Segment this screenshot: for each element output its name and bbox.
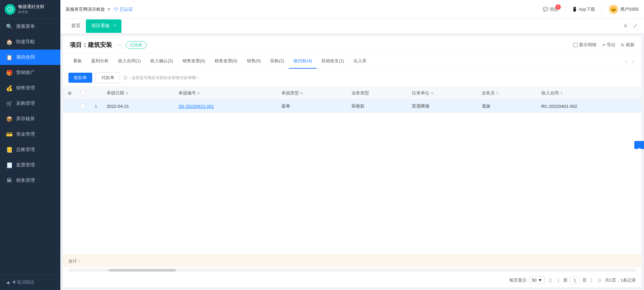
td-checkbox[interactable]	[76, 100, 89, 113]
sidebar-item-purchase[interactable]: 🛒 采购管理	[0, 96, 60, 111]
show-detail-input[interactable]	[573, 43, 578, 47]
tab-home[interactable]: 首页	[66, 19, 86, 33]
per-page-select[interactable]: 50 ▼	[529, 276, 544, 284]
export-label: 导出	[607, 42, 615, 48]
project-actions: 显示明细 ↗ 导出 ↻ 刷新	[573, 42, 635, 48]
th-code[interactable]: 单据编号⇅	[174, 87, 277, 100]
chevron-down-icon: ▼	[107, 7, 111, 12]
app-download-label: App下载	[579, 6, 595, 12]
show-detail-checkbox[interactable]: 显示明细	[573, 42, 596, 48]
per-page-value: 50	[532, 278, 536, 283]
marketing-icon: 🎁	[6, 69, 13, 76]
certified-badge: 🛡 已认证	[114, 6, 133, 12]
th-partner[interactable]: 往来单位⇅	[408, 87, 478, 100]
sub-tab-sales-invoice[interactable]: 销售发票(0)	[178, 54, 210, 69]
unpin-label: ◀︎ 取消固定	[11, 279, 35, 285]
th-type[interactable]: 单据类型⇅	[277, 87, 347, 100]
sidebar-item-search[interactable]: 🔍 搜索菜单	[0, 19, 60, 34]
sidebar-item-marketing[interactable]: 🎁 营销推广	[0, 65, 60, 80]
sub-tab-profit[interactable]: 盈利分析	[87, 54, 113, 69]
last-page-button[interactable]: ⟩⟩	[596, 277, 602, 284]
feedback-button[interactable]: 意见反馈	[634, 141, 644, 149]
th-checkbox[interactable]	[76, 87, 89, 100]
content-area: 项目：建筑安装 ··· 已生效 显示明细 ↗ 导出 ↻ 刷新	[63, 36, 641, 287]
message-icon: 💬	[543, 7, 548, 12]
sub-tab-next-button[interactable]: ›	[630, 57, 636, 65]
main-area: 新服务官网演示账套 ▼ 🛡 已认证 💬 消息 1 📱 App下载 🐱 用	[60, 0, 644, 290]
sub-tab-prev-button[interactable]: ‹	[624, 57, 629, 65]
ledger-icon: 📒	[6, 146, 13, 153]
sub-tab-purchase[interactable]: 采购(2)	[265, 54, 289, 69]
table-footer: 合计：	[63, 255, 641, 268]
refresh-label: 刷新	[626, 42, 635, 48]
sidebar-item-contract[interactable]: 📋 项目合同	[0, 50, 60, 65]
topbar-left: 新服务官网演示账套 ▼ 🛡 已认证	[66, 6, 543, 12]
sub-tab-other[interactable]: 其他收支(1)	[317, 54, 349, 69]
td-code[interactable]: SK-20220421-001	[174, 100, 277, 113]
sidebar-item-label: 销售管理	[16, 85, 35, 91]
payments-tab-button[interactable]: 付款单	[96, 72, 120, 83]
refresh-button[interactable]: ↻ 刷新	[621, 42, 635, 48]
receipts-tab-button[interactable]: 收款单	[68, 73, 92, 83]
sub-tab-board[interactable]: 看板	[68, 54, 87, 69]
sub-tab-income-confirm[interactable]: 收入确认(2)	[146, 54, 178, 69]
sub-tab-income-contract[interactable]: 收入合同(1)	[113, 54, 146, 69]
th-settings[interactable]: ⚙	[63, 87, 76, 100]
messages-button[interactable]: 💬 消息 1	[543, 6, 558, 12]
prev-page-button[interactable]: ⟨	[556, 277, 560, 284]
page-suffix: 页	[582, 277, 587, 283]
topbar-divider2	[602, 6, 602, 13]
row-checkbox[interactable]	[80, 103, 85, 108]
sub-tab-nav: ‹ ›	[624, 57, 636, 65]
sidebar-item-inventory[interactable]: 📦 库存核算	[0, 111, 60, 127]
receipts-table: ⚙ 单据日期⇅ 单据编号⇅ 单据类型⇅ 业务类型 往来单位⇅ 业务员⇅ 收入合同…	[63, 87, 641, 113]
th-contract[interactable]: 收入合同⇅	[537, 87, 641, 100]
export-button[interactable]: ↗ 导出	[602, 42, 615, 48]
sidebar-item-tax[interactable]: 🏛 税务管理	[0, 173, 60, 188]
window-close-button[interactable]: ✕	[622, 21, 629, 30]
project-header: 项目：建筑安装 ··· 已生效 显示明细 ↗ 导出 ↻ 刷新	[63, 36, 641, 54]
first-page-button[interactable]: ⟨⟨	[547, 277, 553, 284]
sub-tab-sales[interactable]: 销售(0)	[242, 54, 266, 69]
scrollbar-row	[63, 268, 641, 273]
app-edition: 标准版	[18, 10, 44, 14]
project-more-button[interactable]: ···	[117, 42, 122, 48]
horizontal-scrollbar[interactable]	[68, 269, 636, 272]
phone-icon: 📱	[572, 7, 577, 12]
sub-tab-tax-invoice[interactable]: 税务发票(0)	[210, 54, 242, 69]
page-label: 第	[563, 277, 568, 283]
header-checkbox[interactable]	[80, 90, 85, 95]
sidebar-item-invoice[interactable]: 🧾 发票管理	[0, 157, 60, 173]
search-icon: 🔍	[6, 23, 13, 30]
th-salesman[interactable]: 业务员⇅	[478, 87, 537, 100]
td-contract: RC-20220401-002	[537, 100, 641, 113]
refresh-icon: ↻	[621, 43, 625, 48]
th-date[interactable]: 单据日期⇅	[103, 87, 174, 100]
sidebar-item-capital[interactable]: 💳 资金管理	[0, 127, 60, 142]
tab-close-icon[interactable]: ×	[113, 23, 116, 28]
sidebar-item-sales[interactable]: 💰 销售管理	[0, 80, 60, 96]
sidebar-logo: 畅捷通好业财 标准版	[0, 0, 60, 19]
sidebar-item-nav[interactable]: 🏠 快捷导航	[0, 34, 60, 50]
sidebar-item-ledger[interactable]: 📒 总账管理	[0, 142, 60, 157]
tab-project-board[interactable]: 项目看板 ×	[86, 19, 121, 33]
window-maximize-button[interactable]: ⤢	[632, 21, 639, 30]
user-menu[interactable]: 🐱 用户3355	[609, 5, 639, 14]
next-page-button[interactable]: ⟩	[589, 277, 594, 284]
shield-icon: 🛡	[114, 7, 118, 12]
avatar: 🐱	[609, 5, 618, 14]
filter-note: 注：这里是与项目关联的全部收付款单哦～	[123, 75, 200, 81]
sub-tab-receipts[interactable]: 收付款(4)	[289, 54, 317, 69]
sidebar-unpin-button[interactable]: ◀ ◀︎ 取消固定	[0, 274, 60, 290]
user-label: 用户3355	[620, 6, 639, 12]
scrollbar-thumb[interactable]	[109, 269, 176, 272]
project-label: 项目：建筑安装	[70, 41, 112, 49]
app-download-button[interactable]: 📱 App下载	[572, 6, 595, 12]
account-selector[interactable]: 新服务官网演示账套 ▼	[66, 6, 111, 12]
inventory-icon: 📦	[6, 116, 13, 122]
sidebar-item-label: 营销推广	[16, 70, 35, 76]
sub-tab-inventory[interactable]: 出入库	[349, 54, 371, 69]
topbar-divider	[565, 6, 565, 13]
tab-end-buttons: ✕ ⤢	[622, 21, 639, 30]
td-settings	[63, 100, 76, 113]
